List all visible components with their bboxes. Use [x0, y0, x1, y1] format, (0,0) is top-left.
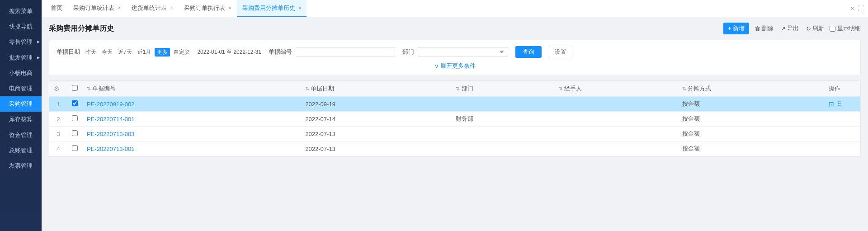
- filter-card: 单据日期 昨天 今天 近7天 近1月 更多 自定义 2022-01-01 至 2…: [49, 40, 861, 76]
- more-icon-2[interactable]: ⠿: [837, 115, 841, 123]
- query-button[interactable]: 查询: [515, 46, 542, 58]
- dept-select[interactable]: 财务部: [418, 47, 508, 57]
- row-method-1: 按金额: [678, 97, 824, 112]
- tab-home[interactable]: 首页: [45, 0, 68, 17]
- sidebar-item-ecommerce[interactable]: 电商管理: [0, 81, 42, 96]
- shortcut-today[interactable]: 今天: [100, 48, 114, 57]
- table-header-row: ⚙ 单据编号 单据日期 部门 经手人 分摊方式 操作: [49, 81, 860, 97]
- dept-label: 部门: [402, 48, 414, 56]
- shortcut-7days[interactable]: 近7天: [116, 48, 134, 57]
- tabs: 首页 采购订单统计表 × 进货单统计表 × 采购订单执行表 × 采购费用分摊单历…: [45, 0, 307, 17]
- col-docnum-header[interactable]: 单据编号: [82, 81, 301, 97]
- more-icon-3[interactable]: ⠿: [837, 130, 841, 137]
- row-method-2: 按金额: [678, 112, 824, 127]
- row-handler-3: [554, 127, 678, 141]
- shortcut-custom[interactable]: 自定义: [172, 48, 192, 57]
- docnum-input[interactable]: [296, 47, 395, 57]
- tab-purchase-order-stats[interactable]: 采购订单统计表 ×: [68, 0, 126, 17]
- main-area: 首页 采购订单统计表 × 进货单统计表 × 采购订单执行表 × 采购费用分摊单历…: [42, 0, 868, 231]
- view-icon-4[interactable]: ⊡: [829, 145, 834, 152]
- row-num-3: 3: [49, 127, 67, 141]
- refresh-icon: ↻: [806, 25, 811, 32]
- tab-bar-right: × ⛶: [851, 5, 864, 12]
- col-method-header[interactable]: 分摊方式: [678, 81, 824, 97]
- row-dept-1: [451, 97, 554, 112]
- sidebar-item-inventory[interactable]: 库存核算: [0, 112, 42, 127]
- row-dept-3: [451, 127, 554, 141]
- date-range-text: 2022-01-01 至 2022-12-31: [197, 48, 261, 56]
- row-check-3[interactable]: [72, 130, 78, 136]
- close-window-icon[interactable]: ×: [851, 5, 854, 12]
- more-icon-1[interactable]: ⠿: [837, 100, 841, 108]
- view-icon-2[interactable]: ⊡: [829, 115, 834, 123]
- show-cols-checkbox[interactable]: [830, 26, 835, 32]
- tab-bar: 首页 采购订单统计表 × 进货单统计表 × 采购订单执行表 × 采购费用分摊单历…: [42, 0, 868, 17]
- tab-goods-stats[interactable]: 进货单统计表 ×: [126, 0, 179, 17]
- col-date-header[interactable]: 单据日期: [301, 81, 451, 97]
- date-shortcuts: 昨天 今天 近7天 近1月 更多 自定义: [84, 48, 192, 57]
- tab-close-goods-stats[interactable]: ×: [170, 5, 173, 10]
- shortcut-more[interactable]: 更多: [155, 48, 170, 57]
- sidebar: 搜索菜单 快捷导航 零售管理 批发管理 小畅电商 电商管理 采购管理 库存核算 …: [0, 0, 42, 231]
- col-handler-header[interactable]: 经手人: [554, 81, 678, 97]
- page-header: 采购费用分摊单历史 + 新增 🗑 删除 ↗ 导出 ↻ 刷新 显示明细: [49, 23, 861, 34]
- sidebar-item-invoice[interactable]: 发票管理: [0, 158, 42, 174]
- settings-button[interactable]: 设置: [549, 46, 572, 58]
- row-actions-1: ⊡ ⠿: [829, 100, 856, 108]
- select-all-checkbox[interactable]: [72, 85, 78, 91]
- export-button[interactable]: ↗ 导出: [779, 24, 801, 33]
- table-body: 1 PE-20220919-002 2022-09-19 按金额: [49, 97, 860, 156]
- row-method-3: 按金额: [678, 127, 824, 141]
- shortcut-1month[interactable]: 近1月: [136, 48, 153, 57]
- tab-close-purchase-order-stats[interactable]: ×: [118, 5, 121, 10]
- doc-link-3[interactable]: PE-20220713-003: [87, 131, 135, 137]
- add-button[interactable]: + 新增: [723, 23, 749, 34]
- row-ops-1: ⊡ ⠿: [824, 97, 860, 112]
- sidebar-item-purchase[interactable]: 采购管理: [0, 96, 42, 112]
- date-label: 单据日期: [57, 48, 80, 56]
- doc-link-4[interactable]: PE-20220713-001: [87, 146, 135, 152]
- view-icon-3[interactable]: ⊡: [829, 130, 834, 137]
- row-docnum-1: PE-20220919-002: [82, 97, 301, 112]
- tab-purchase-cost-history[interactable]: 采购费用分摊单历史 ×: [237, 0, 307, 17]
- tab-close-purchase-exec[interactable]: ×: [229, 5, 231, 10]
- refresh-button[interactable]: ↻ 刷新: [804, 24, 826, 33]
- row-check-4[interactable]: [72, 145, 78, 151]
- table-row: 1 PE-20220919-002 2022-09-19 按金额: [49, 97, 860, 112]
- row-dept-4: [451, 141, 554, 156]
- doc-link-2[interactable]: PE-20220714-001: [87, 116, 135, 123]
- sidebar-item-quicknav[interactable]: 快捷导航: [0, 19, 42, 34]
- show-cols-toggle[interactable]: 显示明细: [830, 24, 861, 33]
- row-handler-1: [554, 97, 678, 112]
- doc-link-1[interactable]: PE-20220919-002: [87, 101, 135, 108]
- row-date-2: 2022-07-14: [301, 112, 451, 127]
- row-checkbox-1: [67, 97, 82, 112]
- tab-close-purchase-cost-history[interactable]: ×: [299, 5, 302, 10]
- table-card: ⚙ 单据编号 单据日期 部门 经手人 分摊方式 操作: [49, 80, 861, 157]
- row-ops-3: ⊡ ⠿: [824, 127, 860, 141]
- gear-icon[interactable]: ⚙: [54, 85, 60, 92]
- col-dept-header[interactable]: 部门: [451, 81, 554, 97]
- col-ops-header: 操作: [824, 81, 860, 97]
- filter-row: 单据日期 昨天 今天 近7天 近1月 更多 自定义 2022-01-01 至 2…: [57, 46, 853, 58]
- sidebar-item-search[interactable]: 搜索菜单: [0, 4, 42, 19]
- view-icon-1[interactable]: ⊡: [829, 100, 834, 108]
- sidebar-item-capital[interactable]: 资金管理: [0, 127, 42, 143]
- fullscreen-icon[interactable]: ⛶: [858, 5, 864, 12]
- sidebar-item-wholesale[interactable]: 批发管理: [0, 50, 42, 66]
- sidebar-item-ecommerce-small[interactable]: 小畅电商: [0, 66, 42, 81]
- tab-purchase-exec[interactable]: 采购订单执行表 ×: [179, 0, 237, 17]
- shortcut-yesterday[interactable]: 昨天: [84, 48, 98, 57]
- more-icon-4[interactable]: ⠿: [837, 145, 841, 152]
- row-check-1[interactable]: [72, 100, 78, 106]
- col-gear: ⚙: [49, 81, 67, 97]
- row-check-2[interactable]: [72, 115, 78, 121]
- sidebar-item-retail[interactable]: 零售管理: [0, 34, 42, 50]
- data-table: ⚙ 单据编号 单据日期 部门 经手人 分摊方式 操作: [49, 81, 860, 156]
- row-ops-4: ⊡ ⠿: [824, 141, 860, 156]
- col-select-all: [67, 81, 82, 97]
- row-checkbox-2: [67, 112, 82, 127]
- expand-more-button[interactable]: ∨ 展开更多条件: [434, 62, 476, 70]
- delete-button[interactable]: 🗑 删除: [753, 24, 775, 33]
- sidebar-item-ledger[interactable]: 总账管理: [0, 143, 42, 158]
